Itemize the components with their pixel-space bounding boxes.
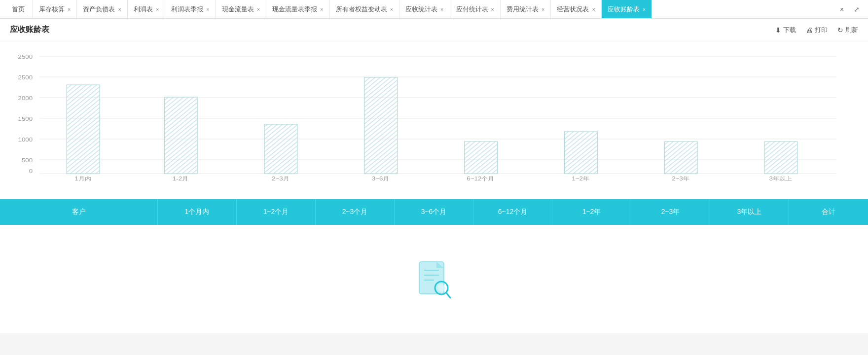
tab-inventory[interactable]: 库存核算× — [33, 0, 77, 19]
tab-ar-stat[interactable]: 应收统计表× — [399, 0, 450, 19]
tab-profit-quarterly[interactable]: 利润表季报× — [165, 0, 216, 19]
table-header-cell-7: 2~3年 — [631, 199, 710, 225]
main-content: 2500 2500 2000 1500 1000 500 0 — [0, 41, 868, 333]
chart-container: 2500 2500 2000 1500 1000 500 0 — [10, 51, 848, 189]
svg-rect-22 — [364, 77, 398, 174]
empty-illustration — [409, 254, 459, 304]
tab-label-balance: 资产负债表 — [83, 5, 115, 14]
tab-home-label: 首页 — [12, 5, 25, 14]
chart-area: 2500 2500 2000 1500 1000 500 0 — [0, 41, 868, 199]
tab-close-ap-stat[interactable]: × — [491, 6, 494, 12]
tab-close-operation[interactable]: × — [592, 6, 595, 12]
svg-rect-30 — [764, 142, 797, 174]
tab-label-ar-aging: 应收账龄表 — [608, 5, 640, 14]
table-header-cell-5: 6~12个月 — [473, 199, 552, 225]
tab-label-expense: 费用统计表 — [506, 5, 539, 14]
tab-label-ar-stat: 应收统计表 — [405, 5, 437, 14]
svg-point-38 — [437, 284, 445, 292]
table-header-cell-0: 客户 — [0, 199, 158, 225]
svg-text:3年以上: 3年以上 — [769, 176, 792, 182]
table-header-cell-3: 2~3个月 — [316, 199, 395, 225]
refresh-button[interactable]: ↻ 刷新 — [837, 26, 858, 35]
svg-text:1~2年: 1~2年 — [572, 176, 589, 182]
svg-text:500: 500 — [22, 157, 33, 164]
table-header-cell-4: 3~6个月 — [395, 199, 473, 225]
tab-close-equity[interactable]: × — [390, 6, 393, 12]
tab-equity[interactable]: 所有者权益变动表× — [330, 0, 399, 19]
tab-close-balance[interactable]: × — [118, 6, 121, 12]
svg-text:1500: 1500 — [18, 116, 33, 122]
download-button[interactable]: ⬇ 下载 — [775, 26, 796, 35]
tab-label-equity: 所有者权益变动表 — [336, 5, 387, 14]
tab-label-operation: 经营状况表 — [557, 5, 589, 14]
download-icon: ⬇ — [775, 26, 781, 34]
tab-close-cashflow[interactable]: × — [257, 6, 260, 12]
maximize-window-button[interactable]: ⤢ — [851, 4, 862, 15]
tab-close-cashflow-quarterly[interactable]: × — [320, 6, 323, 12]
svg-rect-18 — [164, 97, 197, 174]
svg-text:2~3年: 2~3年 — [672, 176, 689, 182]
svg-text:0: 0 — [29, 168, 33, 175]
table-header-cell-2: 1~2个月 — [237, 199, 316, 225]
svg-text:3~6月: 3~6月 — [372, 176, 390, 182]
refresh-label: 刷新 — [845, 26, 858, 35]
print-icon: 🖨 — [806, 26, 813, 34]
tab-close-profit[interactable]: × — [156, 6, 159, 12]
tab-close-ar-aging[interactable]: × — [643, 6, 646, 12]
window-controls: × ⤢ — [836, 4, 864, 15]
svg-text:2000: 2000 — [18, 95, 33, 102]
table-header-cell-8: 3年以上 — [710, 199, 789, 225]
svg-line-39 — [446, 293, 450, 298]
tab-label-profit-quarterly: 利润表季报 — [171, 5, 203, 14]
download-label: 下载 — [783, 26, 796, 35]
svg-rect-26 — [564, 132, 597, 174]
svg-text:2~3月: 2~3月 — [272, 176, 289, 182]
tab-label-profit: 利润表 — [134, 5, 153, 14]
tab-ap-stat[interactable]: 应付统计表× — [450, 0, 501, 19]
tab-balance[interactable]: 资产负债表× — [77, 0, 127, 19]
svg-text:1000: 1000 — [18, 137, 33, 143]
tab-profit[interactable]: 利润表× — [128, 0, 165, 19]
table-header-cell-9: 合计 — [789, 199, 868, 225]
svg-text:2500: 2500 — [18, 74, 33, 81]
tab-operation[interactable]: 经营状况表× — [551, 0, 601, 19]
tab-scroll: 首页 库存核算×资产负债表×利润表×利润表季报×现金流量表×现金流量表季报×所有… — [4, 0, 836, 19]
svg-rect-16 — [67, 85, 100, 174]
tab-ar-aging[interactable]: 应收账龄表× — [602, 0, 652, 19]
tab-close-profit-quarterly[interactable]: × — [206, 6, 209, 12]
tab-expense[interactable]: 费用统计表× — [501, 0, 551, 19]
table-header-cell-6: 1~2年 — [552, 199, 631, 225]
tab-cashflow[interactable]: 现金流量表× — [216, 0, 266, 19]
tab-bar: 首页 库存核算×资产负债表×利润表×利润表季报×现金流量表×现金流量表季报×所有… — [0, 0, 868, 19]
tab-close-ar-stat[interactable]: × — [440, 6, 443, 12]
tab-label-ap-stat: 应付统计表 — [456, 5, 488, 14]
tab-label-cashflow-quarterly: 现金流量表季报 — [272, 5, 317, 14]
svg-text:6~12个月: 6~12个月 — [467, 176, 494, 182]
tab-home[interactable]: 首页 — [4, 0, 33, 19]
svg-rect-24 — [465, 142, 498, 174]
table-header-cell-1: 1个月内 — [158, 199, 237, 225]
print-label: 打印 — [815, 26, 828, 35]
tab-close-inventory[interactable]: × — [68, 6, 71, 12]
chart-svg: 2500 2500 2000 1500 1000 500 0 — [10, 51, 848, 189]
tab-cashflow-quarterly[interactable]: 现金流量表季报× — [266, 0, 329, 19]
print-button[interactable]: 🖨 打印 — [806, 26, 828, 35]
tab-label-inventory: 库存核算 — [39, 5, 65, 14]
svg-text:1月内: 1月内 — [74, 176, 91, 182]
svg-text:1-2月: 1-2月 — [173, 176, 188, 182]
empty-state — [0, 225, 868, 333]
svg-rect-28 — [664, 142, 697, 174]
tab-close-expense[interactable]: × — [542, 6, 544, 12]
header-actions: ⬇ 下载 🖨 打印 ↻ 刷新 — [775, 26, 858, 35]
close-window-button[interactable]: × — [836, 4, 847, 15]
svg-rect-20 — [264, 124, 297, 174]
page-header: 应收账龄表 ⬇ 下载 🖨 打印 ↻ 刷新 — [0, 19, 868, 41]
refresh-icon: ↻ — [837, 26, 843, 34]
page-title: 应收账龄表 — [10, 25, 49, 35]
tab-label-cashflow: 现金流量表 — [222, 5, 254, 14]
svg-text:2500: 2500 — [18, 54, 33, 60]
table-header: 客户1个月内1~2个月2~3个月3~6个月6~12个月1~2年2~3年3年以上合… — [0, 199, 868, 225]
